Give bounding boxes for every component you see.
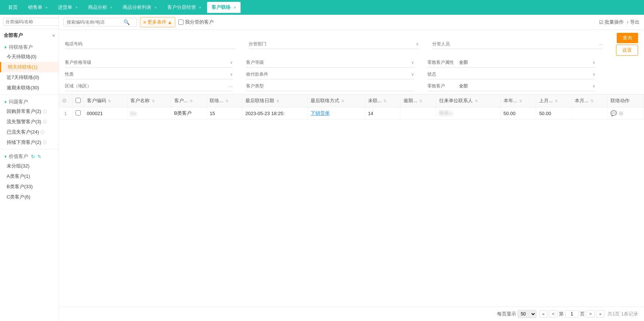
region-input[interactable] <box>94 84 228 89</box>
chevron-down-icon[interactable]: ∨ <box>411 60 414 65</box>
nav-close-icon[interactable]: × <box>234 5 236 10</box>
row-num: 1 <box>59 107 72 120</box>
edit-icon[interactable]: ✎ <box>37 154 41 159</box>
check-icon: ☑ <box>599 20 603 25</box>
nav-close-icon[interactable]: × <box>110 5 112 10</box>
sort-icon: ⇅ <box>419 99 422 103</box>
status-input[interactable] <box>457 72 591 77</box>
info-icon: ⓘ <box>43 119 47 125</box>
nav-customer-contact[interactable]: 客户联络 × <box>207 2 240 13</box>
last-page-btn[interactable]: » <box>596 310 605 318</box>
first-page-btn[interactable]: « <box>539 310 548 318</box>
field-customer-type: 客户类型 <box>246 82 414 91</box>
chevron-down-icon[interactable]: ∨ <box>230 72 233 77</box>
nav-product-analysis-list[interactable]: 商品分析列表 × <box>118 2 161 13</box>
my-customers-checkbox[interactable]: 我分管的客户 <box>178 19 214 25</box>
col-gear[interactable]: ⚙ <box>59 94 72 107</box>
col-actions: 联络动作 <box>607 94 644 107</box>
query-button[interactable]: 查询 <box>617 33 638 43</box>
page-number-input[interactable] <box>565 310 578 318</box>
gear-icon[interactable]: ⚙ <box>62 97 67 104</box>
sidebar-group-problem[interactable]: ▼ 问题客户 <box>0 96 59 106</box>
nav-close-icon[interactable]: × <box>154 5 157 10</box>
chevron-down-icon[interactable]: ∨ <box>592 72 595 77</box>
field-retail-customer: 零散客户 全部 ∨ <box>427 82 595 91</box>
page-size-select[interactable]: 50 20 100 <box>518 310 536 318</box>
sort-icon: ⇅ <box>152 99 155 103</box>
refresh-icon[interactable]: ↻ <box>31 154 35 159</box>
sidebar-group-pending[interactable]: ▼ 待联络客户 <box>0 42 59 52</box>
cell-no-contact: 14 <box>365 107 400 120</box>
col-contact-count: 联络... ⇅ <box>207 94 242 107</box>
col-overdue: 逾期... ⇅ <box>400 94 436 107</box>
chevron-down-icon[interactable]: ∨ <box>592 84 595 89</box>
page-size-control: 每页显示 50 20 100 <box>497 310 536 318</box>
more-action-icon[interactable]: ⊞ <box>619 110 623 116</box>
sidebar-item-class-b[interactable]: B类客户(33) <box>0 182 59 192</box>
sidebar-item-7day-contact[interactable]: 近7天待联络(0) <box>0 72 59 83</box>
filter-bar-right: ☑ 批量操作 ↑ 导出 <box>599 19 640 25</box>
top-navigation: 首页 销售单 × 进货单 × 商品分析 × 商品分析列表 × 客户分层经营 × … <box>0 0 644 15</box>
search-input[interactable] <box>67 20 122 25</box>
chevron-down-icon[interactable]: ∨ <box>411 72 414 77</box>
payment-terms-input[interactable] <box>276 72 410 77</box>
main-layout: 🔍 全部客户 « ▼ 待联络客户 今天待联络(0) 明天待联络(1) 近7天待联… <box>0 15 644 321</box>
more-icon[interactable]: ··· <box>229 84 233 89</box>
next-page-btn[interactable]: > <box>586 310 595 318</box>
nature-input[interactable] <box>94 72 228 77</box>
nav-close-icon[interactable]: × <box>199 5 201 10</box>
dept-input[interactable] <box>278 42 415 47</box>
more-icon[interactable]: ··· <box>599 42 603 47</box>
set-button[interactable]: 设置 <box>616 45 638 56</box>
my-customers-check-input[interactable] <box>178 20 183 25</box>
cell-name: Ea <box>127 107 171 120</box>
cell-type: B类客户 <box>171 107 207 120</box>
sidebar-search-input[interactable] <box>3 18 59 26</box>
sidebar-group-value[interactable]: ▼ 价值客户 ↻ ✎ <box>0 151 59 161</box>
sidebar-item-class-a[interactable]: A类客户(1) <box>0 171 59 182</box>
nav-customer-tiering[interactable]: 客户分层经营 × <box>163 2 206 13</box>
nav-purchase-order[interactable]: 进货单 × <box>53 2 82 13</box>
chevron-down-icon[interactable]: ∨ <box>592 60 595 65</box>
row-checkbox[interactable] <box>76 110 81 115</box>
sidebar-item-class-c[interactable]: C类客户(6) <box>0 192 59 202</box>
col-company-contact: 往来单位联系人 ⇅ <box>436 94 500 107</box>
last-contact-way-link[interactable]: 下销货单 <box>311 110 330 116</box>
nav-product-analysis[interactable]: 商品分析 × <box>84 2 117 13</box>
phone-input[interactable] <box>94 42 235 47</box>
nav-close-icon[interactable]: × <box>75 5 77 10</box>
cell-overdue <box>400 107 436 120</box>
customer-level-input[interactable] <box>276 60 410 65</box>
col-no-contact: 未联... ⇅ <box>365 94 400 107</box>
sidebar-divider <box>0 94 59 95</box>
customer-type-input[interactable] <box>276 84 414 89</box>
chevron-down-icon[interactable]: ∨ <box>230 60 233 65</box>
sidebar-item-churned[interactable]: 已流失客户(24) ⓘ <box>0 127 59 137</box>
nav-sales-order[interactable]: 销售单 × <box>24 2 52 13</box>
sidebar-item-overdue-contact[interactable]: 逾期未联络(30) <box>0 83 59 93</box>
prev-page-btn[interactable]: < <box>549 310 557 318</box>
nav-close-icon[interactable]: × <box>45 5 48 10</box>
batch-op-btn[interactable]: ☑ 批量操作 <box>599 19 624 25</box>
sidebar-item-ungrouped[interactable]: 未分组(32) <box>0 161 59 171</box>
sidebar-item-abnormal-repurchase[interactable]: 回购异常客户(2) ⓘ <box>0 106 59 117</box>
more-conditions-btn[interactable]: ≡ 更多条件 ▲ <box>140 17 175 27</box>
sidebar-item-declining[interactable]: 持续下滑客户(2) ⓘ <box>0 137 59 148</box>
sidebar-item-churn-warning[interactable]: 流失预警客户(3) ⓘ <box>0 117 59 127</box>
contact-action-icon[interactable]: 💬 <box>610 110 617 116</box>
select-all-checkbox[interactable] <box>76 98 81 103</box>
info-icon: ⓘ <box>43 109 47 114</box>
triangle-icon: ▼ <box>4 45 7 49</box>
nav-home[interactable]: 首页 <box>4 2 22 13</box>
sidebar-item-tomorrow-contact[interactable]: 明天待联络(1) <box>0 62 59 72</box>
export-btn[interactable]: ↑ 导出 <box>627 19 640 25</box>
chevron-down-icon[interactable]: ∨ <box>416 42 419 46</box>
field-payment-terms: 收付款条件 ∨ <box>246 70 414 79</box>
search-icon[interactable]: 🔍 <box>123 19 130 25</box>
price-level-input[interactable] <box>94 60 228 65</box>
manager-input[interactable] <box>462 42 598 47</box>
col-last-way: 最后联络方式 ⇅ <box>307 94 365 107</box>
sidebar-item-today-contact[interactable]: 今天待联络(0) <box>0 52 59 62</box>
sidebar-all-customers[interactable]: 全部客户 « <box>0 29 59 42</box>
sidebar: 🔍 全部客户 « ▼ 待联络客户 今天待联络(0) 明天待联络(1) 近7天待联… <box>0 15 59 321</box>
